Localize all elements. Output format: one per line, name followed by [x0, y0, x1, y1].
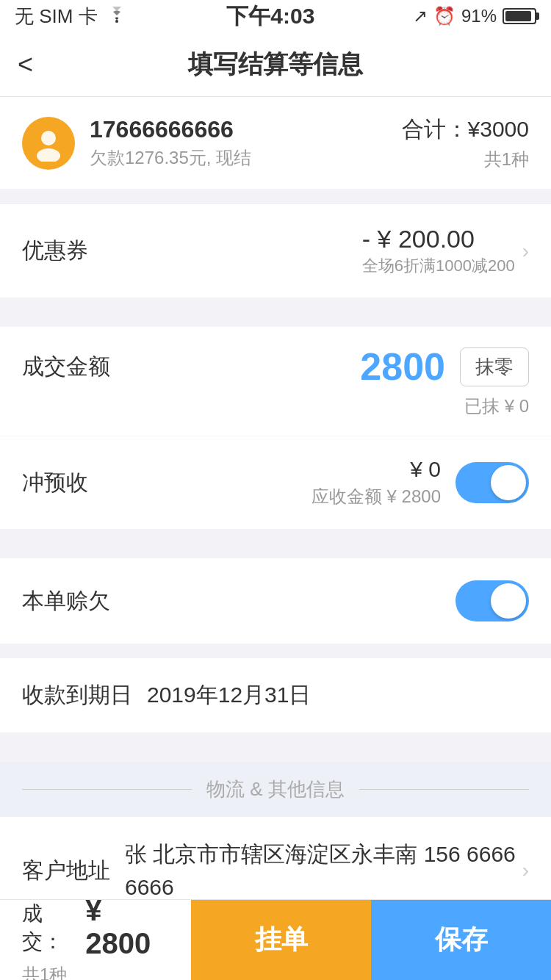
prepay-values: ¥ 0 应收金额 ¥ 2800	[311, 457, 441, 508]
header-line-right	[359, 789, 529, 790]
customer-phone: 17666666666	[90, 116, 251, 143]
content: 17666666666 欠款1276.35元, 现结 合计：¥3000 共1种 …	[0, 97, 551, 980]
footer-info: 成交： ¥ 2800 共1种	[0, 894, 191, 981]
amount-value-group: 2800 抹零	[360, 345, 529, 389]
prepay-sub: 应收金额 ¥ 2800	[311, 485, 441, 508]
nav-bar: < 填写结算等信息	[0, 32, 551, 97]
alarm-icon: ⏰	[433, 6, 455, 26]
debt-row: 本单赊欠	[0, 558, 551, 644]
address-label: 客户地址	[22, 856, 110, 886]
debt-label: 本单赊欠	[22, 586, 110, 616]
customer-sub: 欠款1276.35元, 现结	[90, 146, 251, 170]
location-icon: ↗	[413, 6, 428, 26]
amount-row: 成交金额 2800 抹零	[22, 345, 529, 389]
duedate-label: 收款到期日	[22, 680, 132, 710]
coupon-row[interactable]: 优惠券 - ¥ 200.00 全场6折满1000减200 ›	[0, 203, 551, 298]
svg-point-1	[41, 131, 56, 145]
divider-2	[0, 544, 551, 558]
prepay-toggle[interactable]	[455, 462, 529, 503]
duedate-value: 2019年12月31日	[147, 680, 311, 710]
amount-sub: 已抹 ¥ 0	[22, 394, 529, 418]
header-line-left	[22, 789, 192, 790]
status-bar: 无 SIM 卡 下午4:03 ↗ ⏰ 91%	[0, 0, 551, 32]
divider-1	[0, 312, 551, 327]
footer: 成交： ¥ 2800 共1种 挂单 保存	[0, 899, 551, 980]
coupon-info: - ¥ 200.00 全场6折满1000减200	[362, 225, 515, 277]
divider-3	[0, 747, 551, 762]
status-right: ↗ ⏰ 91%	[413, 6, 536, 26]
svg-point-0	[115, 20, 118, 23]
svg-point-2	[37, 148, 60, 162]
footer-transaction: 成交： ¥ 2800	[22, 894, 169, 960]
page-title: 填写结算等信息	[188, 48, 363, 82]
customer-info: 17666666666 欠款1276.35元, 现结	[90, 116, 251, 170]
logistics-header-text: 物流 & 其他信息	[206, 777, 345, 802]
save-button[interactable]: 保存	[371, 900, 551, 980]
footer-amount: ¥ 2800	[85, 894, 169, 960]
footer-count: 共1种	[22, 963, 169, 981]
prepay-amount: ¥ 0	[311, 457, 441, 482]
total-count: 共1种	[402, 148, 529, 171]
prepay-label: 冲预收	[22, 468, 88, 498]
amount-section: 成交金额 2800 抹零 已抹 ¥ 0	[0, 327, 551, 436]
prepay-right: ¥ 0 应收金额 ¥ 2800	[311, 457, 529, 508]
amount-value: 2800	[360, 345, 445, 389]
prepay-row: 冲预收 ¥ 0 应收金额 ¥ 2800	[0, 436, 551, 529]
battery-percent: 91%	[461, 6, 497, 26]
customer-right: 合计：¥3000 共1种	[402, 115, 529, 171]
hold-button[interactable]: 挂单	[191, 900, 371, 980]
back-button[interactable]: <	[18, 49, 33, 80]
chevron-right-icon: ›	[522, 239, 529, 263]
debt-toggle[interactable]	[455, 580, 529, 621]
status-left: 无 SIM 卡	[15, 4, 129, 29]
customer-left: 17666666666 欠款1276.35元, 现结	[22, 116, 251, 170]
battery-icon	[503, 8, 536, 24]
duedate-row: 收款到期日 2019年12月31日	[0, 658, 551, 732]
footer-transaction-label: 成交：	[22, 900, 79, 956]
wifi-icon	[105, 5, 129, 28]
logistics-header: 物流 & 其他信息	[0, 762, 551, 817]
round-button[interactable]: 抹零	[460, 347, 529, 386]
time-label: 下午4:03	[226, 1, 314, 32]
coupon-label: 优惠券	[22, 236, 88, 266]
coupon-right: - ¥ 200.00 全场6折满1000减200 ›	[362, 225, 529, 277]
total-amount: 合计：¥3000	[402, 115, 529, 145]
avatar	[22, 117, 75, 170]
coupon-discount: - ¥ 200.00	[362, 225, 515, 253]
carrier-label: 无 SIM 卡	[15, 4, 98, 29]
coupon-desc: 全场6折满1000减200	[362, 255, 515, 277]
amount-label: 成交金额	[22, 352, 110, 382]
customer-section: 17666666666 欠款1276.35元, 现结 合计：¥3000 共1种	[0, 97, 551, 189]
address-chevron-icon: ›	[522, 859, 529, 882]
